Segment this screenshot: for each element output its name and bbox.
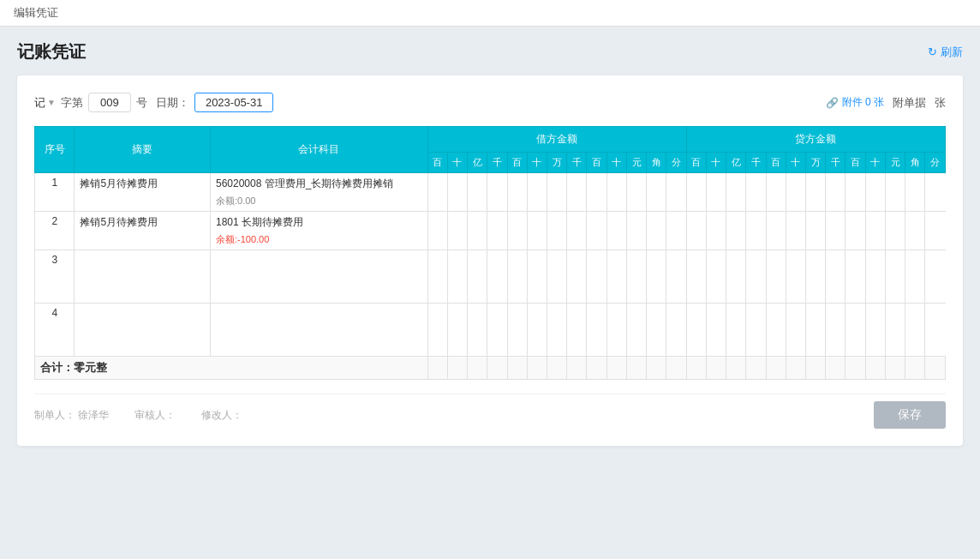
row-1-credit-3[interactable] <box>746 173 766 212</box>
row-1-debit-10[interactable] <box>626 173 646 212</box>
row-1-debit-0[interactable] <box>427 173 447 212</box>
row-3-debit-2[interactable] <box>468 250 487 304</box>
row-3-credit-11[interactable] <box>905 250 925 304</box>
row-4-credit-8[interactable] <box>846 304 865 357</box>
table-row[interactable]: 4 <box>35 304 946 357</box>
row-3-debit-11[interactable] <box>647 250 666 304</box>
row-4-debit-1[interactable] <box>447 304 467 357</box>
row-2-credit-10[interactable] <box>885 212 905 250</box>
row-1-debit-12[interactable] <box>666 173 686 212</box>
row-2-debit-3[interactable] <box>487 212 507 250</box>
row-1-credit-4[interactable] <box>766 173 786 212</box>
row-1-credit-5[interactable] <box>786 173 805 212</box>
row-1-debit-11[interactable] <box>647 173 666 212</box>
type-dropdown[interactable]: 记 ▼ <box>34 95 56 111</box>
row-4-summary[interactable] <box>75 304 210 357</box>
row-4-account[interactable] <box>210 304 427 357</box>
row-4-credit-4[interactable] <box>766 304 786 357</box>
row-4-debit-7[interactable] <box>567 304 587 357</box>
row-4-credit-11[interactable] <box>905 304 925 357</box>
row-4-credit-0[interactable] <box>686 304 706 357</box>
row-4-credit-10[interactable] <box>885 304 905 357</box>
row-3-debit-7[interactable] <box>567 250 587 304</box>
row-4-debit-11[interactable] <box>647 304 666 357</box>
row-1-summary[interactable]: 摊销5月待摊费用 <box>75 173 210 212</box>
row-4-debit-5[interactable] <box>527 304 547 357</box>
row-4-debit-8[interactable] <box>587 304 607 357</box>
row-4-credit-1[interactable] <box>706 304 726 357</box>
row-1-credit-0[interactable] <box>686 173 706 212</box>
row-3-credit-8[interactable] <box>846 250 865 304</box>
row-2-debit-9[interactable] <box>607 212 626 250</box>
row-3-debit-9[interactable] <box>607 250 626 304</box>
row-1-debit-8[interactable] <box>587 173 607 212</box>
row-2-debit-0[interactable] <box>427 212 447 250</box>
row-3-debit-1[interactable] <box>447 250 467 304</box>
row-2-credit-8[interactable] <box>846 212 865 250</box>
row-4-debit-3[interactable] <box>487 304 507 357</box>
row-2-debit-8[interactable] <box>587 212 607 250</box>
row-3-debit-5[interactable] <box>527 250 547 304</box>
table-row[interactable]: 1摊销5月待摊费用56020008 管理费用_长期待摊费用摊销余额:0.00 <box>35 173 946 212</box>
row-2-credit-6[interactable] <box>806 212 826 250</box>
row-2-debit-4[interactable] <box>507 212 527 250</box>
row-2-debit-10[interactable] <box>626 212 646 250</box>
row-4-debit-6[interactable] <box>547 304 566 357</box>
row-2-credit-3[interactable] <box>746 212 766 250</box>
row-4-debit-2[interactable] <box>468 304 487 357</box>
table-row[interactable]: 2摊销5月待摊费用1801 长期待摊费用余额:-100.00 <box>35 212 946 250</box>
row-1-debit-5[interactable] <box>527 173 547 212</box>
row-2-credit-12[interactable] <box>925 212 946 250</box>
row-1-debit-6[interactable] <box>547 173 566 212</box>
table-row[interactable]: 3 <box>35 250 946 304</box>
row-2-debit-5[interactable] <box>527 212 547 250</box>
row-2-debit-1[interactable] <box>447 212 467 250</box>
row-2-debit-11[interactable] <box>647 212 666 250</box>
row-3-credit-3[interactable] <box>746 250 766 304</box>
row-1-debit-7[interactable] <box>567 173 587 212</box>
row-1-credit-12[interactable] <box>925 173 946 212</box>
row-4-credit-12[interactable] <box>925 304 946 357</box>
row-4-debit-9[interactable] <box>607 304 626 357</box>
row-4-credit-5[interactable] <box>786 304 805 357</box>
row-1-credit-8[interactable] <box>846 173 865 212</box>
row-2-debit-12[interactable] <box>666 212 686 250</box>
row-2-debit-2[interactable] <box>468 212 487 250</box>
row-3-debit-12[interactable] <box>666 250 686 304</box>
row-1-debit-2[interactable] <box>468 173 487 212</box>
row-1-debit-4[interactable] <box>507 173 527 212</box>
row-3-credit-7[interactable] <box>826 250 846 304</box>
row-4-credit-9[interactable] <box>865 304 885 357</box>
row-4-debit-0[interactable] <box>427 304 447 357</box>
row-3-account[interactable] <box>210 250 427 304</box>
row-2-credit-2[interactable] <box>726 212 746 250</box>
row-4-credit-2[interactable] <box>726 304 746 357</box>
row-2-debit-7[interactable] <box>567 212 587 250</box>
voucher-number[interactable]: 009 <box>88 93 131 112</box>
row-2-credit-11[interactable] <box>905 212 925 250</box>
row-4-debit-4[interactable] <box>507 304 527 357</box>
row-3-credit-12[interactable] <box>925 250 946 304</box>
row-2-credit-4[interactable] <box>766 212 786 250</box>
row-3-debit-0[interactable] <box>427 250 447 304</box>
row-2-credit-7[interactable] <box>826 212 846 250</box>
row-2-credit-9[interactable] <box>865 212 885 250</box>
row-1-credit-10[interactable] <box>885 173 905 212</box>
row-3-debit-6[interactable] <box>547 250 566 304</box>
row-3-credit-1[interactable] <box>706 250 726 304</box>
row-3-credit-4[interactable] <box>766 250 786 304</box>
row-3-credit-0[interactable] <box>686 250 706 304</box>
row-3-debit-10[interactable] <box>626 250 646 304</box>
row-4-credit-3[interactable] <box>746 304 766 357</box>
row-3-credit-2[interactable] <box>726 250 746 304</box>
row-3-credit-9[interactable] <box>865 250 885 304</box>
row-4-debit-10[interactable] <box>626 304 646 357</box>
save-button[interactable]: 保存 <box>874 401 946 429</box>
row-1-debit-3[interactable] <box>487 173 507 212</box>
row-3-credit-10[interactable] <box>885 250 905 304</box>
row-3-summary[interactable] <box>75 250 210 304</box>
row-1-credit-11[interactable] <box>905 173 925 212</box>
row-1-credit-2[interactable] <box>726 173 746 212</box>
row-4-debit-12[interactable] <box>666 304 686 357</box>
row-3-debit-4[interactable] <box>507 250 527 304</box>
